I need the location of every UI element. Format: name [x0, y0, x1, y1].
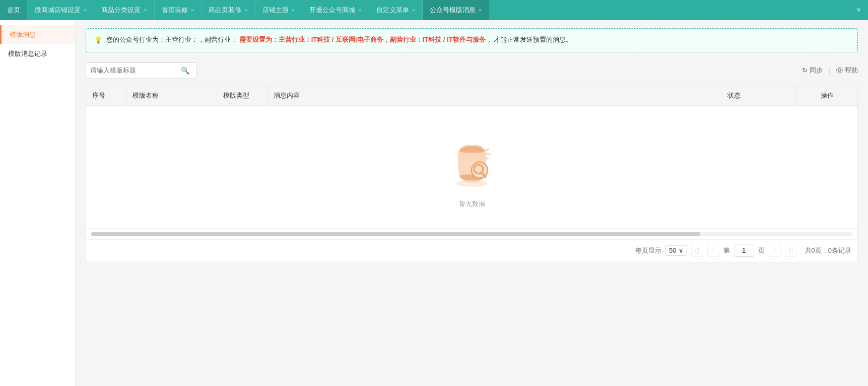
- first-page-button[interactable]: ⟨⟨: [691, 245, 703, 257]
- close-all-tabs-button[interactable]: ×: [849, 0, 868, 20]
- tab-shop-theme[interactable]: 店铺主题 ×: [255, 0, 302, 20]
- col-type: 模版类型: [217, 86, 268, 105]
- divider: |: [829, 66, 830, 74]
- empty-illustration: [444, 136, 500, 191]
- close-home-deco-tab[interactable]: ×: [191, 7, 194, 13]
- tab-micro-shop[interactable]: 微商城店铺设置 ×: [28, 0, 94, 20]
- col-status: 状态: [721, 86, 797, 105]
- search-input[interactable]: [90, 66, 181, 74]
- close-open-mall-tab[interactable]: ×: [358, 7, 361, 13]
- bulb-icon: 💡: [94, 35, 102, 46]
- tab-home[interactable]: 首页: [0, 0, 28, 20]
- scrollbar-thumb[interactable]: [91, 232, 700, 236]
- table-header: 序号 模版名称 模版类型 消息内容 状态 操作: [86, 86, 857, 106]
- help-button[interactable]: ⓪ 帮助: [836, 66, 858, 75]
- per-page-value: 50: [669, 247, 676, 254]
- page-input[interactable]: [734, 245, 754, 257]
- data-table: 序号 模版名称 模版类型 消息内容 状态 操作: [86, 86, 858, 262]
- col-content: 消息内容: [268, 86, 721, 105]
- scrollbar-area[interactable]: [86, 228, 857, 239]
- search-input-wrap[interactable]: 🔍: [86, 62, 196, 79]
- tab-custom-menu[interactable]: 自定义菜单 ×: [369, 0, 423, 20]
- col-action: 操作: [797, 86, 857, 105]
- close-custom-menu-tab[interactable]: ×: [412, 7, 415, 13]
- next-page-button[interactable]: ﹥: [769, 245, 781, 257]
- notice-text: 您的公众号行业为：主营行业：，副营行业： 需要设置为：主营行业：IT科技 / 互…: [106, 35, 572, 45]
- top-nav: 首页 微商城店铺设置 × 商品分类设置 × 首页装修 × 商品页装修 × 店铺主…: [0, 0, 868, 20]
- tab-product-deco[interactable]: 商品页装修 ×: [202, 0, 255, 20]
- close-shop-theme-tab[interactable]: ×: [292, 7, 295, 13]
- search-bar: 🔍 ↻ 同步 | ⓪ 帮助: [86, 62, 858, 79]
- notice-highlight: 需要设置为：主营行业：IT科技 / 互联网|电子商务，副营行业：IT科技 / I…: [239, 36, 492, 43]
- tab-open-mall[interactable]: 开通公众号商城 ×: [302, 0, 369, 20]
- chevron-down-icon: ∨: [679, 247, 684, 254]
- col-seq: 序号: [86, 86, 126, 105]
- search-button[interactable]: 🔍: [181, 66, 189, 74]
- sidebar-item-template-msg-log[interactable]: 模版消息记录: [0, 44, 75, 63]
- search-actions: ↻ 同步 | ⓪ 帮助: [802, 66, 858, 75]
- sidebar: 模版消息 模版消息记录: [0, 20, 76, 386]
- empty-state: 暂无数据: [86, 106, 857, 228]
- total-info: 共0页，0条记录: [805, 246, 851, 255]
- tab-home-deco[interactable]: 首页装修 ×: [155, 0, 202, 20]
- close-template-msg-tab[interactable]: ×: [479, 7, 482, 13]
- sync-button[interactable]: ↻ 同步: [802, 66, 823, 75]
- per-page-label: 每页显示: [635, 246, 661, 255]
- per-page-select[interactable]: 50 ∨: [665, 245, 687, 256]
- close-micro-shop-tab[interactable]: ×: [84, 7, 87, 13]
- last-page-button[interactable]: ⟩⟩: [785, 245, 797, 257]
- tab-template-msg[interactable]: 公众号模版消息 ×: [423, 0, 489, 20]
- col-name: 模版名称: [126, 86, 217, 105]
- svg-line-7: [485, 149, 489, 151]
- page-label: 第: [723, 246, 730, 255]
- empty-text: 暂无数据: [459, 199, 485, 208]
- tab-category[interactable]: 商品分类设置 ×: [94, 0, 154, 20]
- content-area: 💡 您的公众号行业为：主营行业：，副营行业： 需要设置为：主营行业：IT科技 /…: [76, 20, 868, 386]
- help-icon: ⓪: [836, 66, 843, 75]
- scrollbar-track[interactable]: [91, 232, 852, 236]
- pagination: 每页显示 50 ∨ ⟨⟨ ﹤ 第 页 ﹥ ⟩⟩ 共0页，0条记录: [86, 239, 857, 262]
- close-product-deco-tab[interactable]: ×: [244, 7, 247, 13]
- prev-page-button[interactable]: ﹤: [707, 245, 719, 257]
- sync-icon: ↻: [802, 66, 808, 74]
- sidebar-item-template-msg[interactable]: 模版消息: [0, 25, 75, 44]
- notice-box: 💡 您的公众号行业为：主营行业：，副营行业： 需要设置为：主营行业：IT科技 /…: [86, 28, 858, 52]
- main-layout: 模版消息 模版消息记录 💡 您的公众号行业为：主营行业：，副营行业： 需要设置为…: [0, 20, 868, 386]
- close-category-tab[interactable]: ×: [144, 7, 147, 13]
- page-unit: 页: [758, 246, 765, 255]
